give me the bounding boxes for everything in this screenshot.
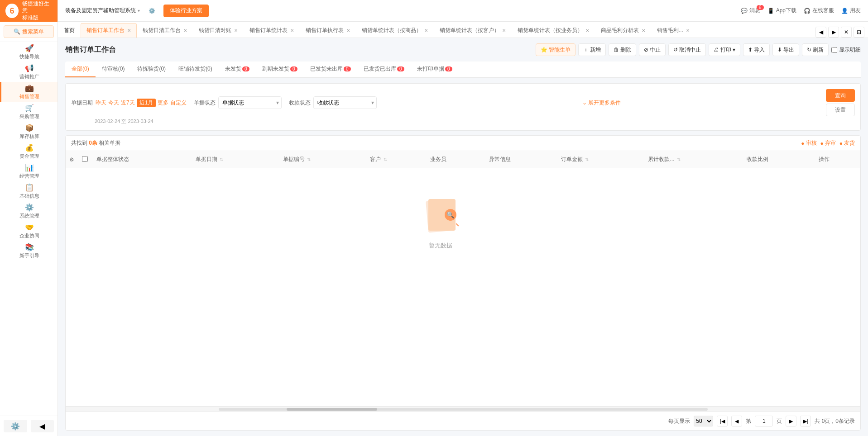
import-button[interactable]: ⬆ 导入 xyxy=(743,43,770,56)
tab-sales-order-workbench[interactable]: 销售订单工作台 ✕ xyxy=(81,23,137,38)
col-number[interactable]: 单据编号 ⇅ xyxy=(279,151,367,168)
tab-close-icon[interactable]: ✕ xyxy=(290,28,294,33)
setting-button[interactable]: 设置 xyxy=(826,104,855,116)
tab-close-icon[interactable]: ✕ xyxy=(686,28,690,33)
tab-cash-reconcile[interactable]: 钱货日清对账 ✕ xyxy=(193,23,244,38)
tab-close-icon[interactable]: ✕ xyxy=(424,28,428,33)
tab-close-icon[interactable]: ✕ xyxy=(127,28,131,33)
filter-tab-pending-review[interactable]: 待审核(0) xyxy=(96,62,131,77)
filter-tab-overdue-deliver[interactable]: 到期未发货0 xyxy=(256,62,304,77)
audit-action-button[interactable]: ● 审核 xyxy=(801,139,816,147)
col-amount[interactable]: 订单金额 ⇅ xyxy=(557,151,645,168)
tab-close-all-button[interactable]: ✕ xyxy=(841,27,852,38)
payment-select[interactable]: 收款状态 xyxy=(313,96,377,109)
sidebar-item-sales[interactable]: 💼 销售管理 xyxy=(0,82,58,102)
collapse-sidebar-button[interactable]: ◀ xyxy=(31,420,54,432)
tab-home[interactable]: 首页 xyxy=(58,23,81,38)
deliver-action-button[interactable]: ● 发货 xyxy=(839,139,855,147)
settings-bottom-button[interactable]: ⚙️ xyxy=(4,420,27,432)
solution-button[interactable]: 体验行业方案 xyxy=(163,5,209,17)
tab-close-icon[interactable]: ✕ xyxy=(642,28,645,33)
sidebar-item-guide[interactable]: 📚 新手引导 xyxy=(0,241,58,261)
sidebar-item-marketing[interactable]: 📢 营销推广 xyxy=(0,62,58,82)
show-detail-checkbox[interactable] xyxy=(831,47,837,53)
online-service-action[interactable]: 🎧 在线客服 xyxy=(804,7,834,14)
date-option-more[interactable]: 更多 xyxy=(158,99,168,107)
col-checkbox[interactable] xyxy=(78,151,93,168)
status-select[interactable]: 单据状态 xyxy=(218,96,282,109)
tab-sales-order-stats[interactable]: 销售订单统计表 ✕ xyxy=(244,23,300,38)
refresh-button[interactable]: ↻ 刷新 xyxy=(802,43,829,56)
sidebar-item-finance[interactable]: 💰 资金管理 xyxy=(0,142,58,161)
stop-button[interactable]: ⊘ 中止 xyxy=(639,43,666,56)
tab-close-icon[interactable]: ✕ xyxy=(585,28,589,33)
filter-tab-all[interactable]: 全部(0) xyxy=(65,62,96,77)
tab-cash-daily[interactable]: 钱货日清工作台 ✕ xyxy=(137,23,193,38)
print-dropdown-icon: ▾ xyxy=(733,47,735,53)
next-page-button[interactable]: ▶ xyxy=(786,416,796,427)
system-icon: ⚙️ xyxy=(25,203,34,212)
print-button[interactable]: 🖨 打印 ▾ xyxy=(709,43,740,56)
guide-icon: 📚 xyxy=(25,243,34,251)
filter-tab-not-delivered[interactable]: 未发货0 xyxy=(219,62,256,77)
tab-close-icon[interactable]: ✕ xyxy=(502,28,506,33)
first-page-button[interactable]: |◀ xyxy=(717,416,728,427)
select-all-checkbox[interactable] xyxy=(82,156,88,162)
page-number-input[interactable] xyxy=(755,416,773,427)
per-page-select[interactable]: 50 10 20 100 xyxy=(694,416,713,427)
prev-page-button[interactable]: ◀ xyxy=(731,416,742,427)
app-download-action[interactable]: 📱 App下载 xyxy=(767,7,796,14)
system-name-dropdown[interactable]: 装备及固定资产辅助管理系统 ▾ xyxy=(65,7,140,14)
filter-tab-delivered-not-out[interactable]: 已发货未出库0 xyxy=(304,62,357,77)
topbar-settings-button[interactable]: ⚙️ xyxy=(145,5,158,17)
tab-sales-stats-customer[interactable]: 销货单统计表（按客户） ✕ xyxy=(434,23,512,38)
tab-sales-more[interactable]: 销售毛利... ✕ xyxy=(651,23,695,38)
horizontal-scrollbar[interactable] xyxy=(66,406,860,412)
sidebar-item-inventory[interactable]: 📦 库存核算 xyxy=(0,122,58,142)
show-detail-label[interactable]: 显示明细 xyxy=(831,46,861,54)
filter-tab-not-printed[interactable]: 未打印单据0 xyxy=(411,62,459,77)
date-option-custom[interactable]: 自定义 xyxy=(170,99,187,107)
tab-maximize-button[interactable]: ⊡ xyxy=(854,27,864,38)
new-button[interactable]: ＋ 新增 xyxy=(578,43,606,56)
tab-next-button[interactable]: ▶ xyxy=(828,27,839,38)
date-option-1month[interactable]: 近1月 xyxy=(137,99,156,107)
export-button[interactable]: ⬇ 导出 xyxy=(772,43,799,56)
header-actions: ⭐ 智能生单 ＋ 新增 🗑 删除 ⊘ 中止 xyxy=(536,43,861,56)
tab-product-margin[interactable]: 商品毛利分析表 ✕ xyxy=(595,23,651,38)
tab-sales-stats-product[interactable]: 销货单统计表（按商品） ✕ xyxy=(356,23,434,38)
col-payment[interactable]: 累计收款... ⇅ xyxy=(644,151,743,168)
filter-tab-pending-inspect[interactable]: 待拣验货(0) xyxy=(131,62,172,77)
delete-button[interactable]: 🗑 删除 xyxy=(609,43,636,56)
col-customer[interactable]: 客户 ⇅ xyxy=(366,151,427,168)
date-option-today[interactable]: 今天 xyxy=(108,99,119,107)
search-menu-button[interactable]: 🔍 搜索菜单 xyxy=(4,25,54,38)
cancel-stop-button[interactable]: ↺ 取消中止 xyxy=(668,43,706,56)
expand-conditions-button[interactable]: ⌄ 展开更多条件 xyxy=(582,99,621,107)
sidebar-item-system[interactable]: ⚙️ 系统管理 xyxy=(0,201,58,221)
date-option-7days[interactable]: 近7天 xyxy=(121,99,135,107)
sidebar-item-cooperation[interactable]: 🤝 企业协同 xyxy=(0,221,58,241)
tab-sales-stats-staff[interactable]: 销货单统计表（按业务员） ✕ xyxy=(512,23,595,38)
tab-close-icon[interactable]: ✕ xyxy=(234,28,238,33)
query-button[interactable]: 查询 xyxy=(826,89,855,102)
sidebar-item-operation[interactable]: 📊 经营管理 xyxy=(0,161,58,181)
message-action[interactable]: 💬 消息 6 xyxy=(741,7,760,14)
sidebar-item-purchase[interactable]: 🛒 采购管理 xyxy=(0,102,58,122)
date-option-yesterday[interactable]: 昨天 xyxy=(96,99,106,107)
col-staff[interactable]: 业务员 xyxy=(427,151,485,168)
last-page-button[interactable]: ▶| xyxy=(800,416,811,427)
user-menu[interactable]: 👤 用友 xyxy=(841,7,861,14)
filter-tab-wangpu-deliver[interactable]: 旺铺待发货(0) xyxy=(172,62,219,77)
col-date[interactable]: 单据日期 ⇅ xyxy=(192,151,279,168)
smart-create-button[interactable]: ⭐ 智能生单 xyxy=(536,43,575,56)
col-settings[interactable]: ⚙ xyxy=(66,151,78,168)
tab-sales-order-execute[interactable]: 销售订单执行表 ✕ xyxy=(300,23,356,38)
sidebar-item-basic-info[interactable]: 📋 基础信息 xyxy=(0,181,58,201)
filter-tab-delivered-out[interactable]: 已发货已出库0 xyxy=(357,62,411,77)
tab-prev-button[interactable]: ◀ xyxy=(815,27,826,38)
tab-close-icon[interactable]: ✕ xyxy=(183,28,187,33)
tab-close-icon[interactable]: ✕ xyxy=(346,28,350,33)
sidebar-item-quick-nav[interactable]: 🚀 快捷导航 xyxy=(0,42,58,62)
cancel-audit-action-button[interactable]: ● 弃审 xyxy=(820,139,836,147)
